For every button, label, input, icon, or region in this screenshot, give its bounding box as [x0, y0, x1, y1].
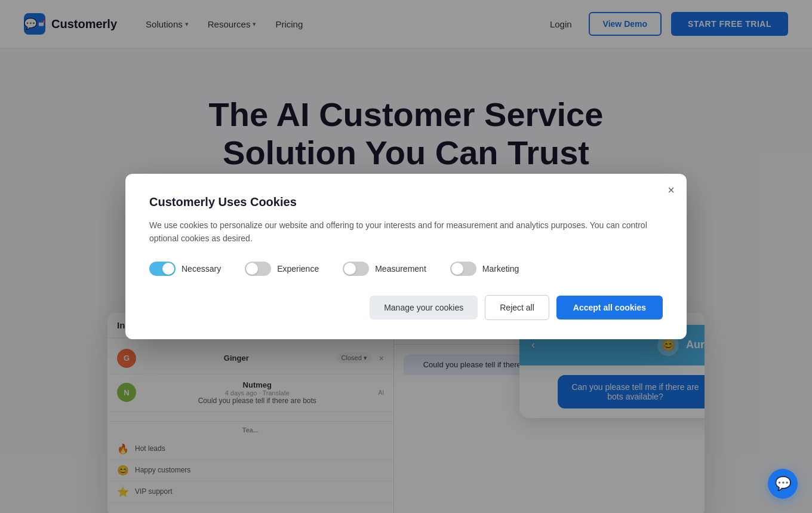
chat-widget-button[interactable]: 💬: [768, 469, 798, 499]
toggle-experience-thumb: [246, 263, 258, 275]
manage-cookies-button[interactable]: Manage your cookies: [370, 296, 478, 320]
toggle-marketing-track[interactable]: [450, 262, 476, 276]
cookie-modal-overlay: × Customerly Uses Cookies We use cookies…: [0, 0, 812, 513]
toggle-marketing-thumb: [451, 263, 463, 275]
toggle-measurement: Measurement: [343, 262, 426, 276]
toggle-necessary-track[interactable]: [149, 262, 176, 276]
cookie-modal: × Customerly Uses Cookies We use cookies…: [125, 174, 687, 340]
toggle-experience: Experience: [245, 262, 319, 276]
toggle-measurement-track[interactable]: [343, 262, 369, 276]
cookie-toggles-row: Necessary Experience Measurement: [149, 262, 663, 276]
toggle-experience-label: Experience: [277, 264, 319, 274]
toggle-measurement-thumb: [344, 263, 356, 275]
cookie-modal-actions: Manage your cookies Reject all Accept al…: [149, 295, 663, 320]
toggle-experience-track[interactable]: [245, 262, 271, 276]
toggle-necessary-thumb: [162, 263, 174, 275]
toggle-marketing-label: Marketing: [482, 264, 519, 274]
cookie-modal-title: Customerly Uses Cookies: [149, 195, 663, 209]
modal-close-button[interactable]: ×: [668, 183, 675, 197]
reject-all-button[interactable]: Reject all: [485, 295, 549, 320]
toggle-necessary: Necessary: [149, 262, 221, 276]
chat-widget-icon: 💬: [775, 476, 791, 492]
toggle-measurement-label: Measurement: [375, 264, 426, 274]
toggle-marketing: Marketing: [450, 262, 519, 276]
cookie-modal-description: We use cookies to personalize our websit…: [149, 219, 663, 245]
accept-all-cookies-button[interactable]: Accept all cookies: [556, 296, 663, 320]
toggle-necessary-label: Necessary: [182, 264, 221, 274]
